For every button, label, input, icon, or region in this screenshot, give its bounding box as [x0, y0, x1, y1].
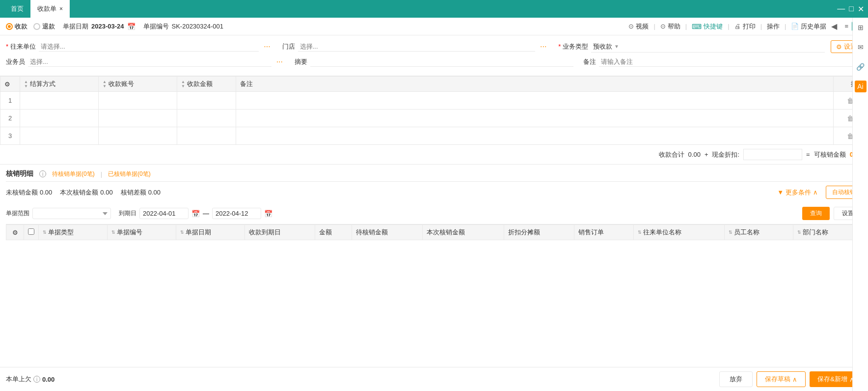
summary-field: 摘要 — [295, 57, 573, 67]
window-close-btn[interactable]: ✕ — [858, 4, 864, 14]
business-type-label: 业务类型 — [558, 42, 588, 51]
date-from-calendar-icon[interactable]: 📅 — [191, 210, 200, 218]
note-field: 备注 — [583, 57, 862, 67]
row-settlement-1[interactable] — [20, 92, 99, 110]
tab-home[interactable]: 首页 — [4, 0, 30, 18]
query-btn[interactable]: 查询 — [802, 207, 830, 220]
bth-current-amount: 本次核销金额 — [422, 225, 504, 240]
row-account-2[interactable] — [99, 110, 177, 127]
sort-icon-type: ⇅ — [43, 230, 47, 235]
stat-current: 本次核销金额 0.00 — [60, 188, 112, 197]
staff-field: 业务员 ··· — [6, 57, 285, 67]
row-account-3[interactable] — [99, 127, 177, 145]
date-range-filter: 到期日 📅 — 📅 — [119, 208, 272, 219]
bth-amount: 金额 — [315, 225, 352, 240]
sidebar-mail-icon[interactable]: ✉ — [855, 41, 867, 53]
range-label: 单据范围 — [6, 209, 29, 218]
chevron-up-icon-draft: ∧ — [792, 376, 797, 383]
date-field: 单据日期 2023-03-24 📅 — [63, 22, 136, 31]
reconcile-section: 核销明细 i 待核销单据(0笔) | 已核销单据(0笔) 未核销金额 0.00 … — [0, 165, 868, 367]
more-conditions-btn[interactable]: ▼ 更多条件 ∧ — [777, 188, 818, 197]
info-icon[interactable]: i — [39, 170, 46, 177]
bth-settings[interactable]: ⚙ — [6, 225, 24, 240]
date-from-input[interactable] — [139, 208, 189, 219]
window-maximize-btn[interactable]: □ — [849, 4, 854, 13]
save-draft-btn[interactable]: 保存草稿 ∧ — [757, 371, 806, 387]
date-to-input[interactable] — [212, 208, 261, 219]
store-input[interactable] — [298, 42, 535, 52]
abandon-btn[interactable]: 放弃 — [719, 371, 753, 387]
row-settlement-2[interactable] — [20, 110, 99, 127]
form-area: 往来单位 ··· 门店 ··· 业务类型 预收款 ▼ ⚙ 设置 — [0, 35, 868, 76]
calendar-icon[interactable]: 📅 — [127, 23, 136, 30]
row-remark-2[interactable] — [236, 110, 834, 127]
form-row-1: 往来单位 ··· 门店 ··· 业务类型 预收款 ▼ ⚙ 设置 — [6, 40, 862, 53]
sort-icon-staff: ⇅ — [729, 230, 732, 235]
bth-number: ⇅单据编号 — [107, 225, 176, 240]
row-remark-3[interactable] — [236, 127, 834, 145]
done-tab[interactable]: 已核销单据(0笔) — [108, 170, 151, 178]
sidebar-grid-icon[interactable]: ⊞ — [855, 22, 867, 33]
counterpart-label: 往来单位 — [6, 42, 36, 51]
store-more-btn[interactable]: ··· — [538, 42, 548, 51]
note-input[interactable] — [599, 57, 862, 67]
tab-current[interactable]: 收款单 × — [30, 0, 70, 18]
reconcile-stats: 未核销金额 0.00 本次核销金额 0.00 核销差额 0.00 ▼ 更多条件 … — [6, 182, 862, 203]
prev-btn[interactable]: ◀ — [831, 22, 837, 31]
tab-bar: 首页 收款单 × — □ ✕ — [0, 0, 868, 18]
row-amount-1[interactable] — [177, 92, 236, 110]
counterpart-more-btn[interactable]: ··· — [262, 42, 272, 51]
discount-input[interactable] — [743, 149, 802, 160]
pending-tab[interactable]: 待核销单据(0笔) — [52, 170, 95, 178]
main-content: 收款 退款 单据日期 2023-03-24 📅 单据编号 SK-20230324… — [0, 18, 868, 391]
window-minimize-btn[interactable]: — — [837, 4, 845, 13]
layout-btn-1[interactable]: ≡ — [842, 22, 851, 31]
select-all-checkbox[interactable] — [28, 228, 34, 235]
reconcile-title: 核销明细 — [6, 169, 33, 178]
operation-btn[interactable]: 操作 — [767, 22, 780, 31]
row-settlement-3[interactable] — [20, 127, 99, 145]
video-btn[interactable]: ⊙ 视频 — [628, 22, 649, 31]
help-btn[interactable]: ⊙ 帮助 — [660, 22, 680, 31]
info-circle-icon: i — [33, 376, 40, 383]
th-settings[interactable]: ⚙ — [0, 77, 20, 92]
counterpart-input[interactable] — [39, 42, 259, 52]
bth-department: ⇅部门名称 — [793, 225, 862, 240]
radio-receipt[interactable]: 收款 — [6, 22, 27, 31]
business-type-select[interactable]: 预收款 ▼ — [591, 41, 825, 53]
plus-symbol: + — [705, 151, 708, 158]
filter-icon: ▼ — [777, 189, 784, 196]
row-amount-3[interactable] — [177, 127, 236, 145]
store-label: 门店 — [282, 42, 295, 51]
toolbar-right: ⊙ 视频 | ⊙ 帮助 | ⌨ 快捷键 | 🖨 打印 | 操作 | — [628, 22, 862, 31]
history-btn[interactable]: 📄 历史单据 — [791, 22, 826, 31]
row-amount-2[interactable] — [177, 110, 236, 127]
radio-refund[interactable]: 退款 — [33, 22, 55, 31]
staff-more-btn[interactable]: ··· — [274, 57, 285, 66]
sort-icon-dept: ⇅ — [797, 230, 801, 235]
row-num-1: 1 — [0, 92, 20, 110]
th-settlement: ▲▼ 结算方式 — [20, 77, 99, 92]
summary-input[interactable] — [310, 57, 573, 67]
reconcile-header: 核销明细 i 待核销单据(0笔) | 已核销单据(0笔) — [6, 165, 862, 182]
shortcut-btn[interactable]: ⌨ 快捷键 — [692, 22, 723, 31]
print-btn[interactable]: 🖨 打印 — [734, 22, 756, 31]
sidebar-link-icon[interactable]: 🔗 — [855, 61, 867, 73]
range-select[interactable] — [32, 208, 111, 219]
th-account: ▲▼ 收款账号 — [99, 77, 177, 92]
date-to-calendar-icon[interactable]: 📅 — [264, 210, 272, 218]
receipt-type-group: 收款 退款 — [6, 22, 55, 31]
available-label: 可核销金额 — [814, 150, 846, 159]
th-amount: ▲▼ 收款金额 — [177, 77, 236, 92]
current-due-value: 0.00 — [42, 376, 54, 383]
row-remark-1[interactable] — [236, 92, 834, 110]
staff-input[interactable] — [28, 57, 271, 67]
due-label: 到期日 — [119, 209, 136, 218]
bth-counterpart: ⇅往来单位名称 — [633, 225, 724, 240]
tab-close-icon[interactable]: × — [59, 5, 63, 12]
row-account-1[interactable] — [99, 92, 177, 110]
bth-checkbox[interactable] — [24, 225, 39, 240]
sidebar-ai-icon[interactable]: Ai — [855, 81, 867, 92]
row-num-2: 2 — [0, 110, 20, 127]
bth-type: ⇅单据类型 — [39, 225, 108, 240]
